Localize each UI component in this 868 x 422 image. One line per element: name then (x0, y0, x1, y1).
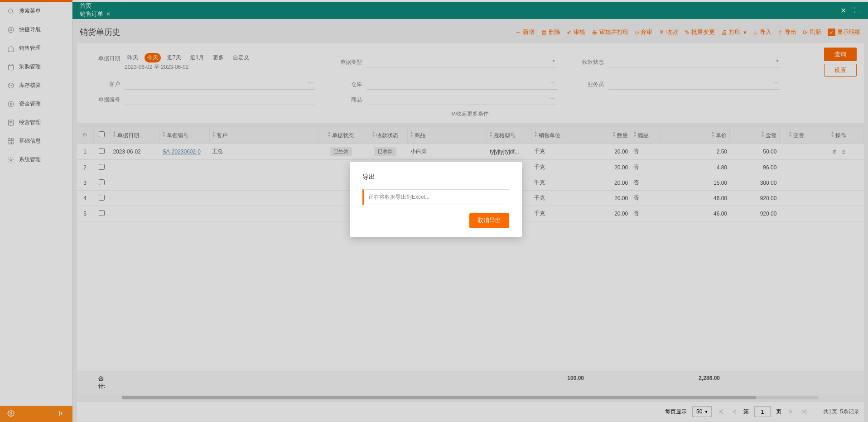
modal-message: 正在将数据导出到Excel... (362, 189, 509, 205)
cancel-export-button[interactable]: 取消导出 (469, 213, 509, 228)
export-modal: 导出 正在将数据导出到Excel... 取消导出 (350, 162, 522, 237)
modal-title: 导出 (362, 173, 509, 181)
